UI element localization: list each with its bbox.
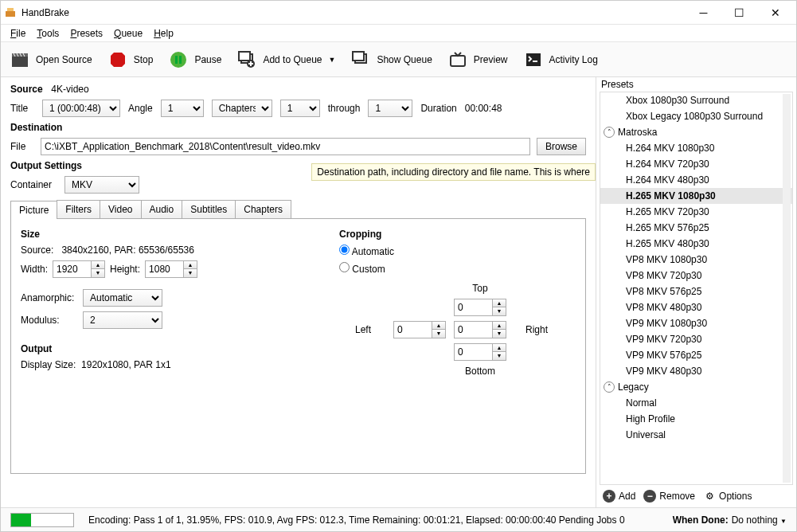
- tab-audio[interactable]: Audio: [141, 200, 183, 218]
- preset-item[interactable]: Universal: [600, 427, 792, 443]
- presets-title: Presets: [596, 77, 796, 92]
- preset-options-button[interactable]: ⚙ Options: [703, 490, 752, 503]
- tab-filters[interactable]: Filters: [57, 200, 100, 218]
- menu-help[interactable]: Help: [149, 26, 178, 41]
- chapter-to-select[interactable]: 1: [368, 100, 412, 117]
- duration-label: Duration: [420, 103, 456, 114]
- tab-video[interactable]: Video: [100, 200, 141, 218]
- maximize-button[interactable]: ☐: [721, 2, 757, 24]
- source-dims-label: Source:: [21, 244, 53, 256]
- presets-scrollbar[interactable]: [783, 94, 791, 483]
- queue-icon: [350, 49, 372, 71]
- height-stepper[interactable]: ▲▼: [145, 260, 197, 278]
- preset-item[interactable]: VP8 MKV 1080p30: [600, 252, 792, 268]
- range-type-select[interactable]: Chapters: [212, 100, 272, 117]
- show-queue-button[interactable]: Show Queue: [346, 45, 440, 74]
- preset-item[interactable]: VP8 MKV 576p25: [600, 284, 792, 299]
- preset-item[interactable]: H.264 MKV 1080p30: [600, 140, 792, 156]
- chevron-down-icon: ▼: [780, 518, 787, 525]
- output-label: Output: [21, 343, 291, 354]
- angle-label: Angle: [128, 103, 153, 114]
- preset-item[interactable]: Xbox 1080p30 Surround: [600, 92, 792, 108]
- preset-item[interactable]: High Profile: [600, 411, 792, 427]
- crop-bottom-stepper[interactable]: ▲▼: [454, 343, 506, 361]
- titlebar: HandBrake ─ ☐ ✕: [1, 1, 796, 25]
- stop-button[interactable]: Stop: [104, 45, 162, 74]
- pause-button[interactable]: Pause: [164, 45, 229, 74]
- when-done-dropdown[interactable]: Do nothing ▼: [732, 514, 787, 526]
- open-source-button[interactable]: Open Source: [6, 45, 100, 74]
- preset-item[interactable]: H.265 MKV 576p25: [600, 220, 792, 236]
- menu-presets[interactable]: Presets: [65, 26, 107, 41]
- size-label: Size: [21, 229, 291, 240]
- close-button[interactable]: ✕: [757, 2, 793, 24]
- preview-button[interactable]: Preview: [443, 45, 516, 74]
- width-stepper[interactable]: ▲▼: [53, 260, 105, 278]
- clapperboard-icon: [9, 49, 31, 71]
- preset-item[interactable]: Normal: [600, 395, 792, 411]
- preset-add-button[interactable]: + Add: [603, 490, 635, 503]
- preset-item[interactable]: VP8 MKV 480p30: [600, 299, 792, 315]
- preset-item[interactable]: H.265 MKV 1080p30: [600, 188, 792, 204]
- preset-item[interactable]: VP9 MKV 480p30: [600, 363, 792, 379]
- svg-marker-4: [111, 53, 125, 67]
- preset-item[interactable]: H.264 MKV 480p30: [600, 172, 792, 188]
- stop-icon: [107, 49, 129, 71]
- preset-item[interactable]: H.264 MKV 720p30: [600, 156, 792, 172]
- menu-file[interactable]: File: [6, 26, 30, 41]
- tab-chapters[interactable]: Chapters: [235, 200, 291, 218]
- display-size-value: 1920x1080, PAR 1x1: [81, 359, 171, 370]
- tab-picture[interactable]: Picture: [10, 201, 57, 219]
- tab-subtitles[interactable]: Subtitles: [182, 200, 236, 218]
- open-source-label: Open Source: [36, 54, 92, 65]
- preset-item[interactable]: VP9 MKV 576p25: [600, 347, 792, 363]
- preset-group[interactable]: ˄Matroska: [600, 124, 792, 140]
- title-select[interactable]: 1 (00:00:48): [42, 100, 120, 117]
- modulus-select[interactable]: 2: [83, 311, 162, 329]
- preset-item[interactable]: VP9 MKV 720p30: [600, 331, 792, 347]
- crop-right-label: Right: [525, 324, 548, 335]
- preset-item[interactable]: VP9 MKV 1080p30: [600, 315, 792, 331]
- destination-label: Destination: [10, 122, 586, 133]
- svg-rect-0: [6, 11, 15, 17]
- menu-tools[interactable]: Tools: [32, 26, 64, 41]
- file-label: File: [10, 141, 34, 152]
- preset-item[interactable]: Xbox Legacy 1080p30 Surround: [600, 108, 792, 124]
- preset-remove-button[interactable]: − Remove: [643, 490, 695, 503]
- dropdown-arrow-icon[interactable]: ▼: [329, 56, 336, 64]
- chevron-up-icon: ˄: [604, 127, 615, 138]
- menu-queue[interactable]: Queue: [109, 26, 147, 41]
- preview-label: Preview: [474, 54, 508, 65]
- preset-group[interactable]: ˄Legacy: [600, 379, 792, 395]
- picture-panel: Size Source: 3840x2160, PAR: 65536/65536…: [10, 219, 586, 474]
- svg-rect-9: [239, 52, 250, 61]
- add-to-queue-button[interactable]: Add to Queue ▼: [232, 45, 343, 74]
- show-queue-label: Show Queue: [377, 54, 432, 65]
- browse-button[interactable]: Browse: [537, 138, 586, 155]
- pause-icon: [167, 49, 189, 71]
- angle-select[interactable]: 1: [161, 100, 204, 117]
- app-icon: [4, 6, 17, 19]
- minimize-button[interactable]: ─: [686, 2, 721, 24]
- width-label: Width:: [21, 264, 48, 275]
- svg-point-5: [170, 52, 186, 68]
- crop-right-stepper[interactable]: ▲▼: [454, 321, 506, 338]
- anamorphic-select[interactable]: Automatic: [83, 289, 162, 307]
- preset-item[interactable]: H.265 MKV 720p30: [600, 204, 792, 220]
- crop-auto-radio[interactable]: Automatic: [339, 246, 394, 257]
- gear-icon: ⚙: [703, 490, 716, 503]
- presets-list[interactable]: Xbox 1080p30 SurroundXbox Legacy 1080p30…: [600, 92, 793, 485]
- file-input[interactable]: [41, 138, 530, 155]
- crop-top-stepper[interactable]: ▲▼: [454, 299, 506, 316]
- svg-rect-2: [12, 57, 28, 67]
- crop-left-stepper[interactable]: ▲▼: [393, 321, 446, 338]
- preset-item[interactable]: H.265 MKV 480p30: [600, 236, 792, 252]
- presets-panel: Presets Xbox 1080p30 SurroundXbox Legacy…: [596, 77, 796, 507]
- container-select[interactable]: MKV: [64, 176, 139, 194]
- source-value: 4K-video: [51, 84, 88, 95]
- preset-item[interactable]: VP8 MKV 720p30: [600, 268, 792, 284]
- chapter-from-select[interactable]: 1: [280, 100, 320, 117]
- crop-custom-radio[interactable]: Custom: [339, 264, 385, 275]
- svg-rect-1: [7, 8, 14, 11]
- activity-log-button[interactable]: Activity Log: [519, 45, 606, 74]
